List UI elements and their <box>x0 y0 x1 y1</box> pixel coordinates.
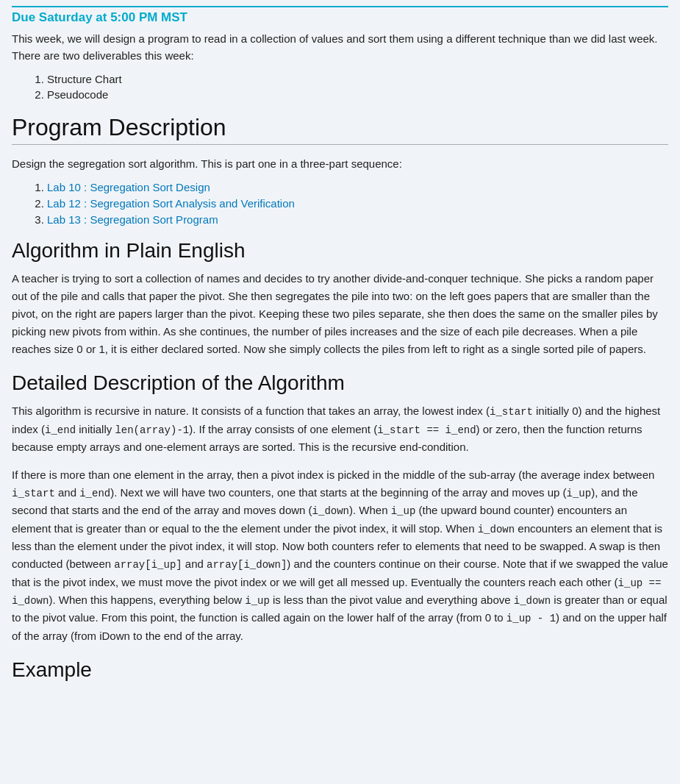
detail-text-3: initially <box>76 423 115 435</box>
detailed-paragraph-2: If there is more than one element in the… <box>12 466 668 645</box>
code-i-up: i_up <box>567 488 592 499</box>
detail-text-4: ). If the array consists of one element … <box>189 423 377 435</box>
code-i-start-eq-i-end: i_start == i_end <box>377 424 476 436</box>
lab13-link[interactable]: Lab 13 : Segregation Sort Program <box>47 213 218 226</box>
program-description-heading: Program Description <box>12 114 668 145</box>
example-heading: Example <box>12 658 668 682</box>
code-len-array: len(array)-1 <box>115 424 189 436</box>
code-array-i-down: array[i_down] <box>207 559 287 571</box>
program-description-intro: Design the segregation sort algorithm. T… <box>12 155 668 172</box>
algorithm-plain-text: A teacher is trying to sort a collection… <box>12 270 668 358</box>
code-i-up-eq: i_up == <box>618 577 662 589</box>
detail2-text-2: and <box>55 486 79 499</box>
detail2-text-11: is less than the pivot value and everyth… <box>270 594 514 606</box>
page-container: Due Saturday at 5:00 PM MST This week, w… <box>0 0 680 784</box>
list-item: Pseudocode <box>47 88 668 101</box>
list-item: Lab 13 : Segregation Sort Program <box>47 213 668 226</box>
detail2-text-3: ). Next we will have two counters, one t… <box>110 486 566 499</box>
code-i-up-2: i_up <box>391 505 416 517</box>
code-i-start: i_start <box>490 406 533 418</box>
detailed-description-heading: Detailed Description of the Algorithm <box>12 371 668 395</box>
code-i-down: i_down <box>312 505 349 517</box>
code-i-start-2: i_start <box>12 488 55 499</box>
algorithm-plain-heading: Algorithm in Plain English <box>12 239 668 263</box>
code-i-down-eq: i_down <box>12 595 49 607</box>
code-array-i-up: array[i_up] <box>114 559 182 571</box>
list-item: Lab 12 : Segregation Sort Analysis and V… <box>47 197 668 210</box>
list-item: Structure Chart <box>47 73 668 85</box>
lab-links-list: Lab 10 : Segregation Sort Design Lab 12 … <box>12 181 668 226</box>
code-i-down-2: i_down <box>478 524 515 535</box>
code-i-up-3: i_up <box>245 595 270 607</box>
detail2-text-10: ). When this happens, everything below <box>49 594 245 606</box>
detail2-text-5: ). When <box>349 504 391 516</box>
lab10-link[interactable]: Lab 10 : Segregation Sort Design <box>47 181 210 193</box>
detailed-paragraph-1: This algorithm is recursive in nature. I… <box>12 402 668 456</box>
code-i-end-2: i_end <box>79 488 110 499</box>
due-date: Due Saturday at 5:00 PM MST <box>12 6 668 25</box>
code-i-up-minus: i_up - 1 <box>507 613 556 624</box>
lab12-link[interactable]: Lab 12 : Segregation Sort Analysis and V… <box>47 197 295 210</box>
intro-text: This week, we will design a program to r… <box>12 31 668 64</box>
code-i-end: i_end <box>45 424 76 436</box>
detail2-text-8: and <box>182 557 207 570</box>
list-item: Lab 10 : Segregation Sort Design <box>47 181 668 193</box>
detail2-text-1: If there is more than one element in the… <box>12 468 654 481</box>
code-i-down-3: i_down <box>514 595 551 607</box>
detail-text-1: This algorithm is recursive in nature. I… <box>12 405 490 417</box>
deliverables-list: Structure Chart Pseudocode <box>12 73 668 101</box>
